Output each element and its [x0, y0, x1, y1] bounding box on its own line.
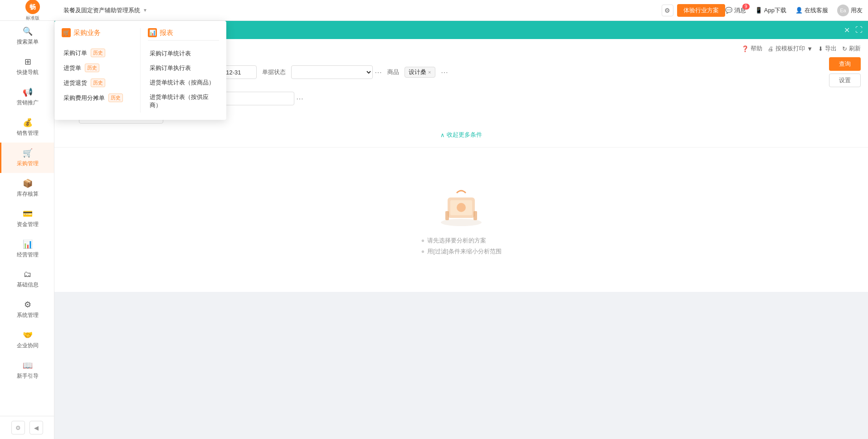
app-icon: 📱	[755, 7, 762, 14]
svg-rect-6	[445, 211, 449, 220]
gear-button[interactable]: ⚙	[662, 5, 673, 16]
operation-icon: 📊	[23, 239, 33, 249]
status-label: 单据状态	[262, 68, 286, 76]
top-right-actions: 💬 消息 9 📱 App下载 👤 在线客服 Ea 用友	[725, 5, 863, 16]
sidebar-label-purchase: 采购管理	[17, 160, 39, 168]
purchase-dropdown-menu: 🛒 采购业务 采购订单 历史 进货单 历史 进货退货 历史 采购费用分摊单 历史…	[54, 21, 226, 120]
goods-dots-btn[interactable]: ⋯	[441, 68, 448, 77]
purchase-fee-history-tag: 历史	[108, 94, 123, 102]
sidebar-label-search: 搜索菜单	[17, 38, 39, 46]
help-icon: ❓	[741, 45, 749, 52]
goods-tag: 设计桑 ×	[405, 67, 435, 78]
purchase-section-label: 采购业务	[73, 29, 101, 37]
refresh-label: 刷新	[849, 44, 861, 53]
sidebar-item-sales[interactable]: 💰 销售管理	[0, 112, 54, 143]
status-select-area: ⋯	[291, 65, 382, 79]
menu-item-purchase-fee[interactable]: 采购费用分摊单 历史	[62, 90, 133, 105]
system-title-text: 装餐及固定资产辅助管理系统	[63, 6, 140, 15]
sidebar-label-guide: 新手引导	[17, 372, 39, 380]
menu-item-purchase-order-label: 采购订单	[63, 49, 87, 57]
set-button[interactable]: 设置	[829, 74, 861, 87]
top-bar: 畅 标准版 装餐及固定资产辅助管理系统 ▼ ⚙ 体验行业方案 💬 消息 9 📱 …	[0, 0, 868, 21]
status-dots-btn[interactable]: ⋯	[375, 68, 382, 77]
sidebar-label-system: 系统管理	[17, 311, 39, 319]
sidebar-label-enterprise: 企业协同	[17, 342, 39, 350]
print-btn[interactable]: 🖨 按模板打印 ▼	[768, 44, 813, 53]
goods-return-history-tag: 历史	[91, 79, 105, 87]
sidebar: 🔍 搜索菜单 ⊞ 快捷导航 📢 营销推广 💰 销售管理 🛒 采购管理 📦 库存核…	[0, 21, 54, 439]
message-btn[interactable]: 💬 消息 9	[725, 6, 746, 15]
collapse-btn[interactable]: ∧ 收起更多条件	[440, 128, 482, 142]
toolbar-right: ❓ 帮助 🖨 按模板打印 ▼ ⬇ 导出	[741, 44, 861, 53]
help-label: 帮助	[751, 44, 762, 53]
print-dropdown-icon: ▼	[807, 45, 813, 52]
sidebar-label-inventory: 库存核算	[17, 190, 39, 198]
online-support-btn[interactable]: 👤 在线客服	[795, 6, 828, 15]
sidebar-label-finance: 资金管理	[17, 221, 39, 228]
support-icon: 👤	[795, 7, 803, 14]
logo-icon: 畅	[25, 0, 40, 14]
sidebar-item-finance[interactable]: 💳 资金管理	[0, 203, 54, 234]
support-label: 在线客服	[805, 6, 828, 15]
system-title-dropdown[interactable]: ▼	[143, 8, 147, 13]
svg-point-5	[457, 203, 466, 212]
empty-state: 请先选择要分析的方案 用[过滤]条件来缩小分析范围	[54, 148, 868, 292]
svg-text:畅: 畅	[29, 3, 36, 10]
tab-close-window-btn[interactable]: ✕	[844, 26, 850, 35]
menu-item-goods-in[interactable]: 进货单 历史	[62, 60, 133, 75]
sidebar-item-operation[interactable]: 📊 经营管理	[0, 234, 54, 264]
help-btn[interactable]: ❓ 帮助	[741, 44, 762, 53]
menu-item-goods-return-label: 进货退货	[63, 79, 87, 87]
purchase-menu-section: 🛒 采购业务 采购订单 历史 进货单 历史 进货退货 历史 采购费用分摊单 历史	[62, 28, 133, 113]
message-badge: 9	[742, 4, 750, 10]
guide-icon: 📖	[23, 360, 33, 370]
system-icon: ⚙	[24, 300, 31, 310]
app-download-btn[interactable]: 📱 App下载	[755, 6, 786, 15]
empty-tips: 请先选择要分析的方案 用[过滤]条件来缩小分析范围	[421, 237, 501, 256]
salesman-dots-btn[interactable]: ⋯	[296, 94, 303, 103]
sidebar-item-search[interactable]: 🔍 搜索菜单	[0, 21, 54, 51]
tab-maximize-btn[interactable]: ⛶	[855, 26, 863, 34]
sidebar-item-base[interactable]: 🗂 基础信息	[0, 264, 54, 294]
sidebar-item-purchase[interactable]: 🛒 采购管理	[0, 143, 54, 173]
sidebar-label-quicknav: 快捷导航	[17, 69, 39, 76]
svg-rect-7	[473, 211, 477, 220]
empty-tip-1: 请先选择要分析的方案	[421, 237, 501, 245]
sidebar-item-marketing[interactable]: 📢 营销推广	[0, 82, 54, 112]
purchase-order-history-tag: 历史	[91, 49, 105, 57]
goods-tag-close[interactable]: ×	[428, 69, 431, 75]
menu-item-purchase-order-exec[interactable]: 采购订单执行表	[148, 61, 219, 75]
sidebar-settings-btn[interactable]: ⚙	[11, 421, 25, 434]
menu-item-goods-in-stat-goods[interactable]: 进货单统计表（按商品）	[148, 75, 219, 90]
logo-area: 畅 标准版	[5, 0, 60, 21]
print-icon: 🖨	[768, 45, 774, 52]
sidebar-bottom: ⚙ ◀	[0, 416, 54, 439]
sidebar-collapse-btn[interactable]: ◀	[29, 421, 43, 434]
sidebar-item-system[interactable]: ⚙ 系统管理	[0, 294, 54, 325]
filter-collapse-row: ∧ 收起更多条件	[62, 128, 861, 142]
sidebar-item-guide[interactable]: 📖 新手引导	[0, 355, 54, 385]
menu-item-purchase-order[interactable]: 采购订单 历史	[62, 45, 133, 60]
menu-item-goods-return[interactable]: 进货退货 历史	[62, 75, 133, 90]
sidebar-item-quicknav[interactable]: ⊞ 快捷导航	[0, 51, 54, 82]
export-icon: ⬇	[818, 45, 823, 52]
query-button[interactable]: 查询	[829, 57, 861, 71]
quicknav-icon: ⊞	[24, 57, 31, 67]
user-btn[interactable]: Ea 用友	[837, 5, 863, 16]
collapse-label: 收起更多条件	[447, 131, 482, 139]
logo-subtitle: 标准版	[26, 15, 39, 21]
avatar-text: Ea	[840, 8, 846, 13]
industry-button[interactable]: 体验行业方案	[677, 4, 725, 17]
export-label: 导出	[825, 44, 837, 53]
sidebar-item-enterprise[interactable]: 🤝 企业协同	[0, 325, 54, 355]
menu-item-purchase-order-stat[interactable]: 采购订单统计表	[148, 46, 219, 61]
refresh-btn[interactable]: ↻ 刷新	[842, 44, 861, 53]
status-select[interactable]	[291, 65, 373, 79]
action-buttons: 查询 设置	[829, 57, 861, 87]
export-btn[interactable]: ⬇ 导出	[818, 44, 837, 53]
base-icon: 🗂	[24, 270, 32, 279]
sidebar-item-inventory[interactable]: 📦 库存核算	[0, 173, 54, 203]
system-title-area: 装餐及固定资产辅助管理系统 ▼	[63, 6, 662, 15]
menu-vertical-divider	[140, 28, 141, 113]
menu-item-goods-in-stat-supplier[interactable]: 进货单统计表（按供应商）	[148, 90, 219, 113]
